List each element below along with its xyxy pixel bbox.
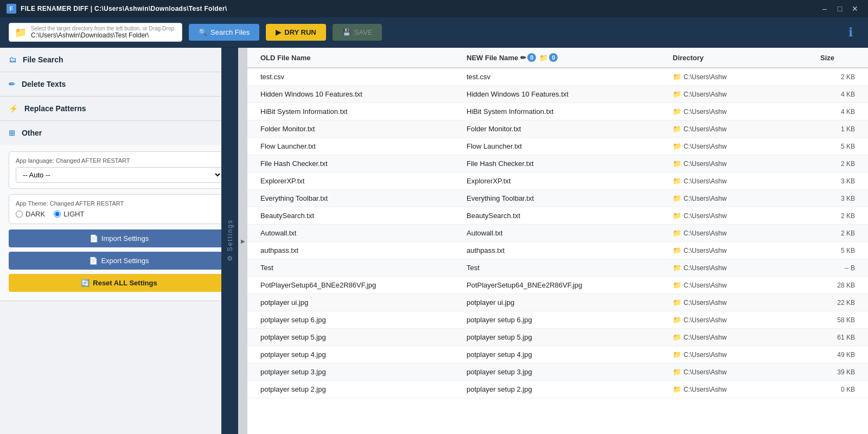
- table-row[interactable]: PotPlayerSetup64_BNEe2R86VF.jpg PotPlaye…: [247, 277, 868, 294]
- new-filename-cell: BeautySearch.txt: [462, 212, 668, 220]
- directory-cell: 📁 C:\Users\Ashw: [668, 350, 816, 359]
- old-filename-cell: Folder Monitor.txt: [256, 125, 462, 133]
- dir-icon: 📁: [673, 159, 681, 168]
- size-cell: 0 KB: [816, 386, 859, 393]
- folder-badge: 0: [549, 53, 558, 62]
- old-filename-cell: File Hash Checker.txt: [256, 159, 462, 168]
- old-filename-cell: Hidden Windows 10 Features.txt: [256, 90, 462, 98]
- close-button[interactable]: ✕: [848, 2, 861, 15]
- table-row[interactable]: potplayer setup 2.jpg potplayer setup 2.…: [247, 381, 868, 398]
- gear-icon: ⚙: [226, 254, 234, 263]
- directory-cell: 📁 C:\Users\Ashw: [668, 142, 816, 150]
- size-cell: 5 KB: [816, 247, 859, 254]
- replace-patterns-section: ⚡ Replace Patterns ▼: [0, 97, 238, 121]
- table-row[interactable]: HiBit System Information.txt HiBit Syste…: [247, 103, 868, 120]
- other-section-content: App language: Changed AFTER RESTART -- A…: [0, 145, 238, 301]
- table-row[interactable]: potplayer setup 6.jpg potplayer setup 6.…: [247, 311, 868, 329]
- other-icon: ⊞: [9, 129, 15, 137]
- directory-cell: 📁 C:\Users\Ashw: [668, 264, 816, 272]
- table-row[interactable]: potplayer setup 3.jpg potplayer setup 3.…: [247, 363, 868, 381]
- replace-patterns-label: Replace Patterns: [24, 104, 86, 113]
- delete-texts-section: ✏ Delete Texts ▼: [0, 72, 238, 97]
- size-cell: 2 KB: [816, 73, 859, 81]
- table-row[interactable]: potplayer ui.jpg potplayer ui.jpg 📁 C:\U…: [247, 294, 868, 311]
- dry-run-button[interactable]: ▶ DRY RUN: [266, 24, 326, 41]
- dir-icon: 📁: [673, 385, 681, 393]
- table-row[interactable]: BeautySearch.txt BeautySearch.txt 📁 C:\U…: [247, 207, 868, 225]
- search-icon: 🔍: [199, 28, 207, 36]
- search-files-button[interactable]: 🔍 Search Files: [189, 24, 259, 41]
- size-cell: 58 KB: [816, 316, 859, 324]
- app-language-select[interactable]: -- Auto -- English Spanish French German: [16, 167, 222, 183]
- table-row[interactable]: Autowall.txt Autowall.txt 📁 C:\Users\Ash…: [247, 225, 868, 242]
- size-cell: 3 KB: [816, 195, 859, 202]
- table-row[interactable]: Test Test 📁 C:\Users\Ashw -- B: [247, 259, 868, 277]
- replace-patterns-header[interactable]: ⚡ Replace Patterns ▼: [0, 97, 238, 120]
- reset-icon: 🔄: [81, 279, 90, 287]
- light-radio[interactable]: [54, 210, 61, 218]
- folder-path: C:\Users\Ashwin\Downloads\Test Folder\: [31, 31, 176, 39]
- directory-cell: 📁 C:\Users\Ashw: [668, 385, 816, 393]
- light-theme-label: LIGHT: [63, 210, 84, 218]
- info-button[interactable]: ℹ: [842, 24, 859, 41]
- delete-texts-header[interactable]: ✏ Delete Texts ▼: [0, 72, 238, 96]
- file-search-header[interactable]: 🗂 File Search ▼: [0, 48, 238, 72]
- export-settings-button[interactable]: 📄 Export Settings: [9, 252, 229, 270]
- new-filename-cell: potplayer setup 2.jpg: [462, 385, 668, 393]
- size-header: Size: [816, 54, 859, 62]
- dark-radio[interactable]: [16, 210, 23, 218]
- other-header[interactable]: ⊞ Other ▲: [0, 121, 238, 145]
- file-area: OLD File Name NEW File Name ✏ 0 📁 0 Dire…: [247, 48, 868, 434]
- table-row[interactable]: potplayer setup 5.jpg potplayer setup 5.…: [247, 329, 868, 346]
- table-row[interactable]: potplayer setup 4.jpg potplayer setup 4.…: [247, 346, 868, 363]
- old-filename-cell: Autowall.txt: [256, 229, 462, 237]
- table-row[interactable]: Flow Launcher.txt Flow Launcher.txt 📁 C:…: [247, 138, 868, 155]
- import-settings-button[interactable]: 📄 Import Settings: [9, 229, 229, 247]
- settings-tab[interactable]: ⚙ Settings: [221, 48, 239, 434]
- dir-icon: 📁: [673, 333, 681, 341]
- size-cell: 39 KB: [816, 368, 859, 376]
- size-cell: 2 KB: [816, 160, 859, 168]
- reset-settings-button[interactable]: 🔄 Reset ALL Settings: [9, 274, 229, 292]
- dir-icon: 📁: [673, 298, 681, 307]
- size-cell: 22 KB: [816, 299, 859, 307]
- directory-cell: 📁 C:\Users\Ashw: [668, 333, 816, 341]
- table-row[interactable]: Folder Monitor.txt Folder Monitor.txt 📁 …: [247, 120, 868, 138]
- window-controls: – □ ✕: [818, 2, 861, 15]
- folder-hint: Select the target directory from the lef…: [31, 25, 176, 31]
- table-row[interactable]: Hidden Windows 10 Features.txt Hidden Wi…: [247, 86, 868, 103]
- light-theme-option[interactable]: LIGHT: [54, 210, 84, 218]
- pencil-icon: ✏: [520, 54, 526, 62]
- file-search-label: File Search: [23, 55, 63, 64]
- new-filename-cell: authpass.txt: [462, 246, 668, 254]
- table-row[interactable]: Everything Toolbar.txt Everything Toolba…: [247, 190, 868, 207]
- old-filename-cell: potplayer setup 6.jpg: [256, 316, 462, 324]
- folder-picker[interactable]: 📁 Select the target directory from the l…: [9, 23, 182, 42]
- dark-theme-option[interactable]: DARK: [16, 210, 45, 218]
- old-filename-cell: Test: [256, 264, 462, 272]
- old-filename-cell: PotPlayerSetup64_BNEe2R86VF.jpg: [256, 281, 462, 289]
- pencil-badge: 0: [527, 53, 536, 62]
- old-filename-cell: potplayer setup 3.jpg: [256, 368, 462, 376]
- title-bar: F FILE RENAMER DIFF | C:\Users\Ashwin\Do…: [0, 0, 868, 17]
- dir-icon: 📁: [673, 125, 681, 133]
- directory-cell: 📁 C:\Users\Ashw: [668, 298, 816, 307]
- size-cell: -- B: [816, 264, 859, 272]
- other-section: ⊞ Other ▲ App language: Changed AFTER RE…: [0, 121, 238, 301]
- table-row[interactable]: ExplorerXP.txt ExplorerXP.txt 📁 C:\Users…: [247, 173, 868, 190]
- minimize-button[interactable]: –: [818, 2, 831, 15]
- table-row[interactable]: File Hash Checker.txt File Hash Checker.…: [247, 155, 868, 173]
- new-filename-cell: Test: [462, 264, 668, 272]
- save-button[interactable]: 💾 SAVE: [333, 24, 382, 41]
- restore-button[interactable]: □: [833, 2, 846, 15]
- new-filename-cell: potplayer setup 5.jpg: [462, 333, 668, 341]
- collapse-handle[interactable]: ▶: [239, 48, 247, 434]
- size-cell: 28 KB: [816, 282, 859, 289]
- app-theme-label: App Theme: Changed AFTER RESTART: [16, 200, 222, 207]
- size-cell: 3 KB: [816, 177, 859, 185]
- app-icon: F: [7, 4, 16, 14]
- table-row[interactable]: test.csv test.csv 📁 C:\Users\Ashw 2 KB: [247, 68, 868, 86]
- dir-icon: 📁: [673, 350, 681, 359]
- table-row[interactable]: authpass.txt authpass.txt 📁 C:\Users\Ash…: [247, 242, 868, 259]
- dir-icon: 📁: [673, 368, 681, 376]
